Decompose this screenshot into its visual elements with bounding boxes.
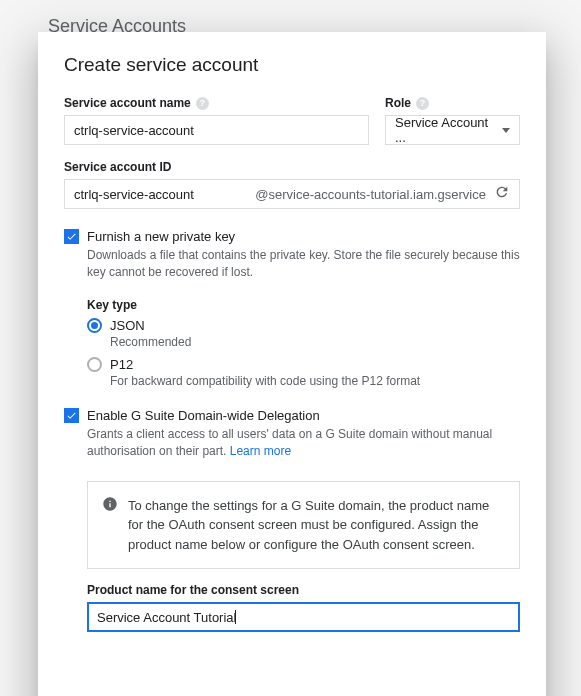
key-type-p12-radio[interactable] bbox=[87, 357, 102, 372]
service-account-id-input[interactable] bbox=[74, 187, 255, 202]
info-box: To change the settings for a G Suite dom… bbox=[87, 481, 520, 570]
info-box-text: To change the settings for a G Suite dom… bbox=[128, 496, 505, 555]
product-name-input[interactable]: Service Account Tutorial bbox=[87, 602, 520, 632]
key-type-json-label: JSON bbox=[110, 318, 145, 333]
furnish-key-section: Furnish a new private key Downloads a fi… bbox=[64, 229, 520, 282]
role-group: Role ? Service Account ... bbox=[385, 96, 520, 145]
key-type-json-radio[interactable] bbox=[87, 318, 102, 333]
furnish-key-label: Furnish a new private key bbox=[87, 229, 235, 244]
text-cursor bbox=[235, 610, 236, 624]
service-account-name-label: Service account name bbox=[64, 96, 191, 110]
role-selected-value: Service Account ... bbox=[395, 115, 502, 145]
delegation-section: Enable G Suite Domain-wide Delegation Gr… bbox=[64, 408, 520, 461]
role-select[interactable]: Service Account ... bbox=[385, 115, 520, 145]
service-account-name-group: Service account name ? bbox=[64, 96, 369, 145]
service-account-id-wrap: @service-accounts-tutorial.iam.gservice bbox=[64, 179, 520, 209]
service-account-name-input[interactable] bbox=[64, 115, 369, 145]
key-type-json-desc: Recommended bbox=[110, 335, 520, 349]
delegation-desc: Grants a client access to all users' dat… bbox=[87, 426, 520, 461]
service-account-id-suffix: @service-accounts-tutorial.iam.gservice bbox=[255, 187, 486, 202]
help-icon[interactable]: ? bbox=[196, 97, 209, 110]
delegation-checkbox[interactable] bbox=[64, 408, 79, 423]
key-type-p12-label: P12 bbox=[110, 357, 133, 372]
service-account-id-group: Service account ID @service-accounts-tut… bbox=[64, 160, 520, 209]
learn-more-link[interactable]: Learn more bbox=[230, 444, 291, 458]
product-name-label: Product name for the consent screen bbox=[87, 583, 520, 597]
key-type-section: Key type JSON Recommended P12 For backwa… bbox=[87, 298, 520, 388]
chevron-down-icon bbox=[502, 128, 510, 133]
refresh-icon[interactable] bbox=[494, 184, 510, 204]
product-name-section: Product name for the consent screen Serv… bbox=[87, 583, 520, 632]
create-service-account-dialog: Create service account Service account n… bbox=[38, 32, 546, 696]
info-icon bbox=[102, 496, 118, 512]
key-type-label: Key type bbox=[87, 298, 520, 312]
role-label: Role bbox=[385, 96, 411, 110]
furnish-key-checkbox[interactable] bbox=[64, 229, 79, 244]
service-account-id-label: Service account ID bbox=[64, 160, 171, 174]
delegation-label: Enable G Suite Domain-wide Delegation bbox=[87, 408, 320, 423]
dialog-title: Create service account bbox=[64, 54, 520, 76]
help-icon[interactable]: ? bbox=[416, 97, 429, 110]
furnish-key-desc: Downloads a file that contains the priva… bbox=[87, 247, 520, 282]
key-type-p12-desc: For backward compatibility with code usi… bbox=[110, 374, 520, 388]
